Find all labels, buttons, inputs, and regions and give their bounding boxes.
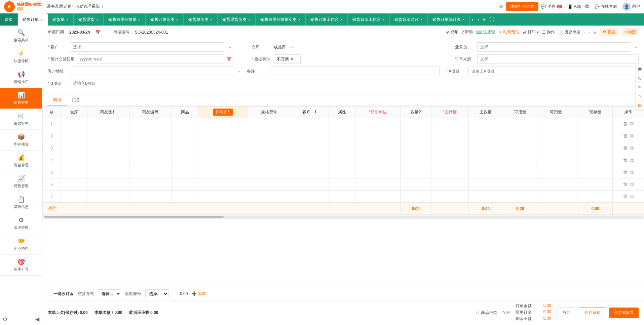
tab-close-icon[interactable]: ✕ (248, 18, 251, 22)
sidebar-item-inventory[interactable]: 📦 库存核算 (0, 130, 42, 151)
tab-close-icon[interactable]: ✕ (420, 18, 423, 22)
scroll-track[interactable] (44, 216, 642, 218)
tab-cash-workbench[interactable]: 钱货日清工作台 ✕ (348, 13, 390, 26)
address-expand-btn[interactable]: ··· (236, 69, 240, 74)
scroll-indicator[interactable] (42, 215, 644, 219)
customer-expand-btn[interactable]: ··· (227, 44, 231, 50)
sidebar-item-ops[interactable]: 📈 经营管理 (0, 171, 42, 192)
rfp-btn-5[interactable]: ▤ (635, 101, 644, 110)
salesperson-input[interactable] (477, 42, 631, 52)
row-delete-btn[interactable]: 🗑 (622, 121, 628, 126)
sidebar-item-search[interactable]: 🔍 搜索菜单 (0, 26, 42, 46)
receipt-account-select[interactable]: 选择... (145, 289, 168, 298)
tab-return-history[interactable]: 销货退货历史 ✕ (218, 13, 256, 26)
salesperson-expand-btn[interactable]: ··· (635, 44, 639, 50)
row-copy-btn[interactable]: ⧉ (630, 169, 634, 175)
tab-order-history[interactable]: 销售订单历史 ✕ (146, 13, 184, 26)
payment-method-select[interactable]: 选择... (98, 289, 121, 298)
row-copy-btn[interactable]: ⧉ (630, 194, 634, 199)
receipt-dots[interactable]: ··· (173, 291, 176, 296)
invoice-type-select[interactable]: 不开票 ▾ (274, 54, 301, 64)
calendar-icon[interactable]: 📅 (95, 30, 100, 35)
online-service-btn[interactable]: 💬 在线客服 (595, 4, 617, 9)
sidebar-item-enterprise[interactable]: 🤝 企业协同 (0, 234, 42, 255)
scan-enter-btn[interactable]: 扫码录入 (213, 109, 233, 116)
tab-order-workbench[interactable]: 销售订单工作台 ✕ (306, 13, 348, 26)
print-btn[interactable]: 🖨 打印 ▾ (523, 29, 539, 35)
row-copy-btn[interactable]: ⧉ (630, 133, 634, 139)
tab-sales-order[interactable]: 销售订单 ✕ (18, 13, 48, 26)
table-container[interactable]: ⚙ 仓库 商品图片 商品编码 商品 扫码录入 规格型号 客户... ℹ 属性 *… (42, 106, 644, 287)
tab-fullscreen-btn[interactable]: ⛶ (487, 17, 496, 22)
help-btn[interactable]: ? 帮助 (462, 29, 473, 35)
tab-sales-return[interactable]: 销货退货 ✕ (74, 13, 104, 26)
tab-close-icon[interactable]: ✕ (66, 18, 69, 22)
sidebar-settings-btn[interactable]: ⚙ (3, 316, 7, 322)
row-copy-btn[interactable]: ⧉ (630, 121, 634, 127)
tab-order-stats[interactable]: 销售订单统计表 ✕ (428, 13, 470, 26)
tab-prev-btn[interactable]: ‹ (470, 17, 476, 22)
sidebar-item-capital[interactable]: 💰 资金管理 (0, 151, 42, 171)
tab-close-icon[interactable]: ✕ (210, 18, 213, 22)
discard-btn[interactable]: 放弃 (557, 308, 576, 318)
settings-top-btn[interactable]: ⚙ 设置 (600, 28, 618, 36)
remarks-input[interactable] (269, 67, 439, 76)
tab-close-icon[interactable]: ✕ (298, 18, 301, 22)
tab-sales-receipt[interactable]: 销货单 ✕ (48, 13, 74, 26)
sidebar-item-sales[interactable]: 📊 销售管理 (0, 88, 42, 109)
rfp-btn-3[interactable]: ✎ (635, 83, 644, 91)
settings-icon[interactable]: ⚙ (499, 3, 503, 10)
shortcut-btn[interactable]: ⌨ 快捷键 (476, 29, 495, 35)
row-delete-btn[interactable]: 🗑 (622, 194, 628, 199)
tab-more-btn[interactable]: ▾ (481, 17, 487, 22)
row-delete-btn[interactable]: 🗑 (622, 145, 628, 151)
sidebar-item-marketing[interactable]: 📢 营销推广 (0, 67, 42, 88)
customer-address-input[interactable] (70, 67, 233, 76)
sidebar-item-quick-nav[interactable]: ⚡ 快捷导航 (0, 46, 42, 67)
col-settings[interactable]: ⚙ (43, 107, 61, 118)
row-delete-btn[interactable]: 🗑 (622, 133, 628, 138)
warehouse-expand-btn[interactable]: ··· (289, 44, 293, 50)
tab-close-icon[interactable]: ✕ (382, 18, 385, 22)
tab-home[interactable]: 首页 (0, 13, 18, 26)
row-copy-btn[interactable]: ⧉ (630, 145, 634, 151)
view-btn[interactable]: ⊙ 视频 (446, 29, 458, 35)
row-delete-btn[interactable]: 🗑 (622, 157, 628, 163)
sidebar-item-purchase[interactable]: 🛒 采购管理 (0, 109, 42, 130)
title-dropdown-icon[interactable]: ▾ (102, 5, 103, 8)
tab-close-icon[interactable]: ✕ (96, 18, 99, 22)
message-btn[interactable]: 💬 消息 6 (541, 4, 562, 9)
tab-detail[interactable]: 明细 (48, 94, 67, 106)
tab-expense-split[interactable]: 销售费用分摊单 ✕ (104, 13, 146, 26)
save-new-btn[interactable]: 保存&新增 (609, 308, 639, 318)
user-btn[interactable]: 👤 用户 (622, 3, 640, 11)
tab-receipt-history[interactable]: 销货单历史 ✕ (184, 13, 218, 26)
tab-close-icon[interactable]: ✕ (462, 18, 465, 22)
tab-close-icon[interactable]: ✕ (138, 18, 141, 22)
tab-summary[interactable]: 汇总 (67, 94, 85, 106)
rfp-btn-1[interactable]: ▣ (635, 65, 644, 73)
tab-expense-history[interactable]: 销售费用分摊单历史 ✕ (256, 13, 306, 26)
rfp-btn-2[interactable]: ◎ (635, 74, 644, 82)
app-download-btn[interactable]: 📱 App下载 (568, 4, 589, 9)
tab-cash-reconcile[interactable]: 钱货日清对账 ✕ (390, 13, 428, 26)
rfp-btn-4[interactable]: ☆ (635, 92, 644, 100)
tab-close-icon[interactable]: ✕ (340, 18, 343, 22)
one-click-checkout-checkbox[interactable] (48, 292, 52, 296)
add-btn[interactable]: ➕ 添加 (192, 291, 206, 297)
history-btn[interactable]: 📄 历史单据 (558, 29, 580, 35)
operations-btn[interactable]: ☰ 操作 (542, 29, 555, 35)
b-project-input[interactable] (70, 79, 639, 88)
tab-next-btn[interactable]: › (476, 17, 481, 22)
sidebar-item-system[interactable]: ⚙ 系统管理 (0, 213, 42, 234)
col-scan[interactable]: 扫码录入 (198, 107, 248, 118)
save-draft-btn[interactable]: 保存草稿 (579, 308, 606, 318)
sidebar-item-guide[interactable]: 🎯 新手引导 (0, 255, 42, 276)
customer-input[interactable] (70, 42, 224, 52)
row-copy-btn[interactable]: ⧉ (630, 157, 634, 163)
row-delete-btn[interactable]: 🗑 (622, 169, 628, 175)
a-project-input[interactable] (468, 67, 639, 76)
industry-btn[interactable]: 体验行业方案 (506, 2, 538, 11)
tab-close-icon[interactable]: ✕ (176, 18, 179, 22)
logistics-btn[interactable]: + 物流 (622, 28, 639, 36)
